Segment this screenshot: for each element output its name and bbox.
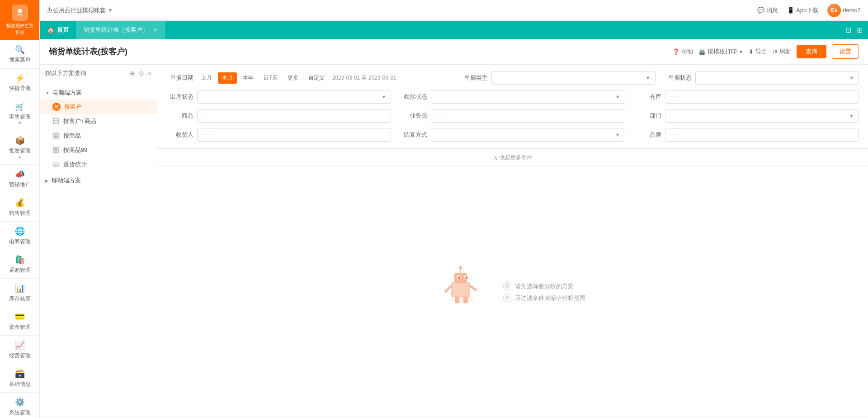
collapse-scheme-btn[interactable]: « [148,70,151,77]
sidebar-item-wholesale[interactable]: 📦 批发管理 ▲ [0,131,39,165]
order-type-label: 单据类型 [461,74,488,82]
message-btn[interactable]: 💬 消息 [757,6,778,14]
salesperson-select[interactable]: ··· [431,109,625,123]
basics-icon: 🗃️ [15,369,25,379]
app-download-btn[interactable]: 📱 App下载 [787,6,818,14]
payment-status-label: 收款状态 [400,93,427,101]
tab-close-btn[interactable]: ✕ [153,27,157,33]
order-status-select[interactable]: ▼ [695,71,859,85]
goods99-icon [52,147,60,154]
collapse-up-icon: ∧ [494,155,498,161]
main-area: 办公用品行业模拟账套 ▼ 💬 消息 📱 App下载 Ea demo2 🏠 首页 [40,0,868,418]
sidebar-item-marketing[interactable]: 📣 营销推广 [0,165,39,193]
dropdown-icon: ▼ [108,7,113,14]
sidebar-item-ecommerce[interactable]: 🌐 电商管理 [0,222,39,250]
order-type-arrow-icon: ▼ [646,75,651,81]
ship-status-select[interactable]: ▼ [197,90,391,104]
finance-icon: 💳 [15,312,25,322]
settings-scheme-btn[interactable]: ⊙ [139,70,144,77]
add-scheme-btn[interactable]: ⊕ [130,70,135,77]
sidebar-item-basics[interactable]: 🗃️ 基础信息 [0,364,39,393]
phone-icon: 📱 [787,7,794,14]
sidebar-item-retail[interactable]: 🛒 零售管理 ▼ [0,97,39,131]
message-icon: 💬 [757,7,764,14]
scheme-item-return[interactable]: 退货统计 [40,157,157,172]
settlement-arrow-icon: ▼ [615,132,620,138]
goods-icon [52,132,60,139]
date-range-text: 2023-03-01 至 2023-03-31 [332,74,396,82]
sidebar-logo[interactable]: 畅捷通好生意 标惠 [0,0,40,40]
collapse-bar[interactable]: ∧ 收起更多条件 [157,149,868,166]
sidebar-item-inventory[interactable]: 📊 库存核算 [0,279,39,307]
scheme-tree: ▼ 电脑端方案 按 按客户 按客户+商品 [40,82,157,418]
warehouse-select[interactable]: ··· [665,90,859,104]
date-tab-this-year[interactable]: 本年 [239,72,258,84]
goods-label: 商品 [166,112,193,120]
sidebar-item-purchase[interactable]: 🛍️ 采购管理 [0,250,39,279]
help-btn[interactable]: ❓ 帮助 [672,48,693,56]
goods-dots: ··· [202,112,211,120]
industry-select[interactable]: 办公用品行业模拟账套 ▼ [47,6,113,14]
tab-report[interactable]: 销货单统计表（按客户） ✕ [76,21,165,39]
tab-maximize-btn[interactable]: ⊞ [855,24,864,36]
scheme-header: 按以下方案查询 ⊕ ⊙ « [40,65,157,82]
department-label: 部门 [634,112,661,120]
print-btn[interactable]: 🖨️ 按模板打印 ▼ [698,48,743,56]
export-btn[interactable]: ⬇ 导出 [749,48,767,56]
inventory-icon: 📊 [15,283,25,294]
sidebar-item-search[interactable]: 🔍 搜索菜单 [0,40,39,69]
user-profile-btn[interactable]: Ea demo2 [827,4,861,17]
warehouse-dots: ··· [670,93,679,101]
sidebar-item-finance[interactable]: 💳 资金管理 [0,307,39,336]
page-title: 销货单统计表(按客户) [49,46,127,57]
scheme-item-goods[interactable]: 按商品 [40,128,157,143]
scheme-item-goods99[interactable]: 按商品99 [40,143,157,157]
sidebar-item-operations[interactable]: 📈 经营管理 [0,336,39,364]
order-status-label: 单据状态 [665,74,692,82]
brand-select[interactable]: ··· [665,128,859,142]
tab-minimize-btn[interactable]: ⊡ [844,24,853,36]
scheme-group-mobile: ▶ 移动端方案 [40,174,157,187]
consignee-select[interactable]: ··· [197,128,391,142]
export-icon: ⬇ [749,48,754,55]
warehouse-label: 仓库 [634,93,661,101]
svg-rect-11 [57,151,59,153]
chevron-right-icon: ▶ [45,178,49,183]
content-area: 销货单统计表(按客户) ❓ 帮助 🖨️ 按模板打印 ▼ ⬇ 导出 [40,39,868,418]
scheme-panel: 按以下方案查询 ⊕ ⊙ « ▼ 电脑端方案 [40,65,157,418]
payment-status-select[interactable]: ▼ [431,90,625,104]
svg-rect-17 [453,284,468,295]
date-tab-more[interactable]: 更多 [283,72,302,84]
search-icon: 🔍 [15,45,25,55]
date-tab-last-month[interactable]: 上月 [197,72,216,84]
payment-status-arrow-icon: ▼ [615,94,620,100]
scheme-item-customer[interactable]: 按 按客户 [40,100,157,114]
tip-num-2: ② [503,294,511,302]
tab-home[interactable]: 🏠 首页 [40,21,76,39]
date-tab-custom[interactable]: 自定义 [304,72,329,84]
svg-rect-9 [57,147,59,150]
print-icon: 🖨️ [698,48,706,55]
scheme-item-customer-goods[interactable]: 按客户+商品 [40,114,157,128]
date-tab-7days[interactable]: 近7天 [259,72,282,84]
goods-select[interactable]: ··· [197,109,391,123]
top-header-left: 办公用品行业模拟账套 ▼ [47,6,113,14]
scheme-group-desktop-header[interactable]: ▼ 电脑端方案 [40,86,157,100]
settings-btn[interactable]: 设置 [832,44,859,59]
sidebar-item-system[interactable]: ⚙️ 系统管理 [0,393,39,418]
settlement-label: 结算方式 [400,131,427,139]
date-tab-this-month[interactable]: 本月 [218,72,237,84]
sidebar-item-quicknav[interactable]: ⚡ 快捷导航 [0,69,39,97]
query-btn[interactable]: 查询 [797,45,826,58]
scheme-group-desktop: ▼ 电脑端方案 按 按客户 按客户+商品 [40,86,157,172]
filter-department-field: 部门 ▼ [634,109,859,123]
scheme-group-mobile-header[interactable]: ▶ 移动端方案 [40,174,157,187]
order-type-select[interactable]: ▼ [491,71,655,85]
refresh-btn[interactable]: ↺ 刷新 [773,48,791,56]
filter-warehouse-field: 仓库 ··· [634,90,859,104]
filter-form: 单据日期 上月 本月 本年 近7天 更多 自定义 [157,65,868,149]
settlement-select[interactable]: ▼ [431,128,625,142]
sidebar-item-sales[interactable]: 💰 销售管理 [0,193,39,222]
filter-order-type-field: 单据类型 ▼ [461,71,655,85]
department-select[interactable]: ▼ [665,109,859,123]
